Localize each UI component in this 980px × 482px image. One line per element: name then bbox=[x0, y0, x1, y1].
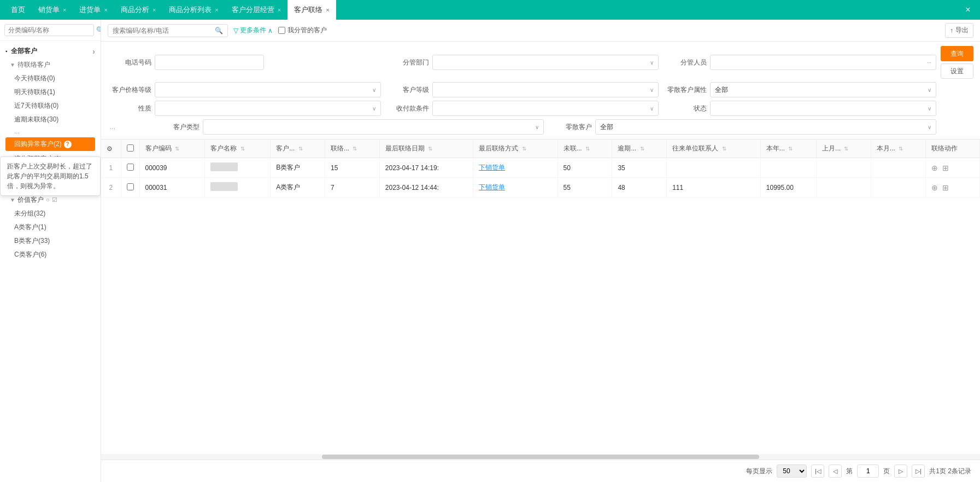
nav-purchase-order[interactable]: 进货单 × bbox=[73, 0, 114, 20]
sidebar-search-input[interactable] bbox=[4, 24, 94, 36]
nav-customer-tier[interactable]: 客户分层经营 × bbox=[225, 0, 287, 20]
row2-checkbox[interactable] bbox=[127, 183, 134, 190]
th-checkbox[interactable] bbox=[121, 140, 139, 158]
nav-product-analysis[interactable]: 商品分析 × bbox=[114, 0, 162, 20]
my-customers-checkbox[interactable]: 我分管的客户 bbox=[278, 26, 327, 35]
filter-search-input[interactable] bbox=[113, 27, 213, 34]
select-all-checkbox[interactable] bbox=[127, 144, 134, 152]
row2-grid-icon[interactable]: ⊞ bbox=[942, 183, 949, 192]
row1-type: B类客户 bbox=[271, 158, 325, 178]
th-this-year[interactable]: 本年... ⇅ bbox=[760, 140, 816, 158]
pending-group-label[interactable]: ▼ 待联络客户 bbox=[5, 58, 95, 72]
th-last-contact-date[interactable]: 最后联络日期 ⇅ bbox=[379, 140, 473, 158]
th-name[interactable]: 客户名称 ⇅ bbox=[205, 140, 271, 158]
export-icon: ↑ bbox=[950, 27, 953, 34]
my-customers-check[interactable] bbox=[278, 27, 285, 34]
close-purchase-order[interactable]: × bbox=[104, 7, 107, 13]
filter-more-dots[interactable]: ... bbox=[108, 123, 118, 131]
close-customer-tier[interactable]: × bbox=[278, 7, 281, 13]
window-close-button[interactable]: × bbox=[960, 2, 976, 18]
row1-uncontacted: 50 bbox=[558, 158, 612, 178]
filter-search-icon[interactable]: 🔍 bbox=[215, 27, 223, 34]
dept-select[interactable]: ∨ bbox=[432, 55, 659, 70]
th-unit-contact[interactable]: 往来单位联系人 ⇅ bbox=[667, 140, 761, 158]
next-page-btn[interactable]: ▷ bbox=[894, 464, 907, 478]
th-code[interactable]: 客户编码 ⇅ bbox=[139, 140, 205, 158]
prev-page-btn[interactable]: ◁ bbox=[829, 464, 842, 478]
sidebar-item-ungraded[interactable]: 未分组(32) bbox=[5, 207, 95, 220]
settings-button[interactable]: 设置 bbox=[941, 63, 973, 79]
price-group-icon-check[interactable]: ☑ bbox=[52, 196, 57, 204]
horizontal-scrollbar[interactable] bbox=[101, 454, 980, 460]
sidebar-item-b-class[interactable]: B类客户(33) bbox=[5, 234, 95, 248]
customer-grade-select[interactable]: ∨ bbox=[432, 82, 659, 97]
close-sales-order[interactable]: × bbox=[63, 7, 66, 13]
close-product-analysis-list[interactable]: × bbox=[215, 7, 218, 13]
retail-customer-select[interactable]: 全部 ∨ bbox=[595, 119, 936, 135]
row1-this-year bbox=[760, 158, 816, 178]
th-last-month[interactable]: 上月... ⇅ bbox=[817, 140, 871, 158]
page-number-input[interactable] bbox=[857, 464, 879, 478]
payment-select[interactable]: ∨ bbox=[432, 101, 659, 116]
price-group-label[interactable]: 价值客户 bbox=[17, 195, 44, 205]
first-page-btn[interactable]: |◁ bbox=[811, 464, 824, 478]
export-button[interactable]: ↑ 导出 bbox=[945, 23, 973, 38]
row2-this-month bbox=[871, 178, 925, 198]
all-customers-title[interactable]: ▪ 全部客户 › bbox=[5, 44, 95, 58]
advanced-filters: 电话号码 分管部门 ∨ 分管人员 ··· bbox=[101, 42, 980, 140]
row2-last-contact-method[interactable]: 下销货单 bbox=[473, 178, 558, 198]
table-row: 1 000039 B类客户 15 2023-04-17 14:19: 下销货单 bbox=[101, 158, 980, 178]
last-page-btn[interactable]: ▷| bbox=[912, 464, 925, 478]
row1-link-icon[interactable]: ⊕ bbox=[931, 164, 938, 172]
settings-icon[interactable]: ⚙ bbox=[107, 145, 113, 153]
status-select[interactable]: ∨ bbox=[710, 101, 936, 116]
price-group-icon-circle[interactable]: ○ bbox=[46, 196, 50, 204]
th-this-month[interactable]: 本月... ⇅ bbox=[871, 140, 925, 158]
sidebar-item-today[interactable]: 今天待联络(0) bbox=[5, 72, 95, 85]
row2-link-icon[interactable]: ⊕ bbox=[931, 183, 938, 192]
th-contact-count[interactable]: 联络... ⇅ bbox=[325, 140, 380, 158]
sidebar-item-abnormal[interactable]: 回购异常客户(2) ? bbox=[5, 137, 95, 151]
collapse-btn[interactable]: › bbox=[92, 47, 95, 56]
close-customer-contact[interactable]: × bbox=[326, 7, 329, 13]
more-conditions-arrow: ∧ bbox=[268, 27, 273, 34]
sidebar-item-a-class[interactable]: A类客户(1) bbox=[5, 220, 95, 234]
per-page-select[interactable]: 50 20 100 bbox=[777, 464, 807, 478]
row1-grid-icon[interactable]: ⊞ bbox=[942, 164, 949, 172]
sidebar-search-area: 🔍 bbox=[0, 20, 101, 41]
sidebar-search-icon[interactable]: 🔍 bbox=[96, 26, 101, 34]
abnormal-info-icon[interactable]: ? bbox=[64, 141, 72, 148]
more-pending-btn[interactable]: ... bbox=[14, 127, 20, 135]
price-grade-field: 客户价格等级 ∨ bbox=[108, 82, 381, 97]
sidebar-item-overdue[interactable]: 逾期未联络(30) bbox=[5, 113, 95, 126]
row1-last-contact-method[interactable]: 下销货单 bbox=[473, 158, 558, 178]
retail-attr-select[interactable]: 全部 ∨ bbox=[710, 82, 936, 97]
customer-type-select[interactable]: ∨ bbox=[203, 119, 544, 135]
th-settings[interactable]: ⚙ bbox=[101, 140, 121, 158]
nav-home[interactable]: 首页 bbox=[4, 0, 32, 20]
price-group-icons: ○ ☑ bbox=[46, 196, 57, 204]
row2-checkbox-cell[interactable] bbox=[121, 178, 139, 198]
phone-input[interactable] bbox=[155, 55, 264, 70]
customer-type-arrow: ∨ bbox=[535, 124, 539, 130]
th-type[interactable]: 客户... ⇅ bbox=[271, 140, 325, 158]
row1-checkbox-cell[interactable] bbox=[121, 158, 139, 178]
nav-sales-order[interactable]: 销货单 × bbox=[32, 0, 73, 20]
price-grade-select[interactable]: ∨ bbox=[155, 82, 381, 97]
query-button[interactable]: 查询 bbox=[941, 46, 973, 61]
th-last-contact-method[interactable]: 最后联络方式 ⇅ bbox=[473, 140, 558, 158]
gender-select[interactable]: ∨ bbox=[155, 101, 381, 116]
more-conditions-btn[interactable]: ▽ 更多条件 ∧ bbox=[233, 26, 273, 35]
th-overdue[interactable]: 逾期... ⇅ bbox=[612, 140, 667, 158]
table-container: ⚙ 客户编码 ⇅ 客户名称 ⇅ bbox=[101, 140, 980, 454]
sidebar-item-tomorrow[interactable]: 明天待联络(1) bbox=[5, 85, 95, 99]
sidebar-item-c-class[interactable]: C类客户(6) bbox=[5, 248, 95, 262]
nav-product-analysis-list[interactable]: 商品分析列表 × bbox=[162, 0, 225, 20]
th-uncontacted[interactable]: 未联... ⇅ bbox=[558, 140, 612, 158]
row1-name-placeholder bbox=[210, 162, 238, 171]
person-select[interactable]: ··· bbox=[710, 55, 936, 70]
sidebar-item-7days[interactable]: 近7天待联络(0) bbox=[5, 99, 95, 113]
nav-customer-contact[interactable]: 客户联络 × bbox=[287, 0, 336, 20]
close-product-analysis[interactable]: × bbox=[152, 7, 156, 13]
row1-checkbox[interactable] bbox=[127, 164, 134, 171]
